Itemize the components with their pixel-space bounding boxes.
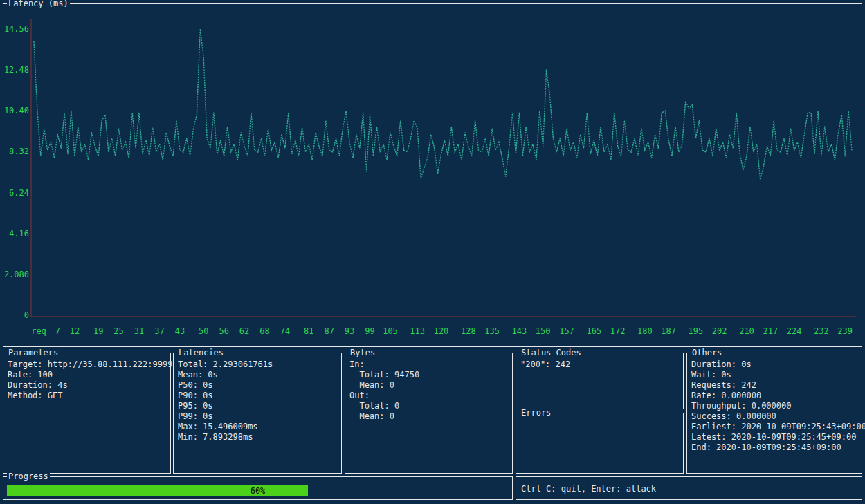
text-line: End: 2020-10-09T09:25:45+09:00 — [691, 442, 857, 453]
x-tick-label: 120 — [434, 326, 449, 336]
x-tick-label: 93 — [345, 326, 354, 336]
x-tick-label: 68 — [260, 326, 269, 336]
x-tick-label: 232 — [814, 326, 829, 336]
x-tick-label: 43 — [175, 326, 185, 336]
x-tick-label: 157 — [559, 326, 574, 336]
progress-panel: Progress 60% — [3, 476, 513, 500]
status-codes-panel-title: Status Codes — [520, 348, 583, 357]
y-tick-label: 10.40 — [4, 106, 29, 115]
x-tick-label: 81 — [304, 326, 313, 336]
text-line: Target: http://35.88.111.222:9999 — [8, 360, 166, 370]
bytes-panel: Bytes In: Total: 94750 Mean: 0Out: Total… — [345, 353, 513, 474]
x-tick-label: 143 — [512, 326, 527, 336]
text-line: Requests: 242 — [691, 380, 857, 391]
text-line: Duration: 4s — [8, 380, 166, 391]
text-line: Earliest: 2020-10-09T09:25:43+09:00 — [691, 422, 857, 432]
progress-panel-title: Progress — [7, 472, 50, 481]
x-tick-label: 172 — [610, 326, 626, 336]
status-codes-panel: Status Codes "200": 242 — [516, 353, 684, 409]
others-panel: Others Duration: 0sWait: 0sRequests: 242… — [686, 353, 862, 474]
x-tick-label: 187 — [661, 326, 676, 336]
text-line: P99: 0s — [178, 411, 337, 422]
x-tick-label: 74 — [280, 326, 290, 336]
others-panel-body: Duration: 0sWait: 0sRequests: 242Rate: 0… — [687, 353, 862, 453]
x-tick-label: 19 — [93, 326, 103, 336]
x-tick-label: 135 — [484, 326, 500, 336]
text-line: Mean: 0 — [349, 380, 508, 391]
text-line: Mean: 0s — [178, 370, 337, 380]
text-line: Mean: 0 — [349, 411, 508, 422]
x-tick-label: 195 — [689, 326, 704, 336]
text-line: Rate: 0.000000 — [691, 391, 857, 401]
text-line: Total: 94750 — [349, 370, 508, 380]
x-tick-label: 150 — [536, 326, 551, 336]
help-panel: Ctrl-C: quit, Enter: attack — [516, 476, 862, 500]
text-line: Method: GET — [8, 391, 166, 401]
x-tick-label: 12 — [70, 326, 80, 336]
y-tick-label: 6.24 — [9, 188, 29, 198]
progress-gauge-label: 60% — [7, 486, 509, 496]
y-tick-label: 4.16 — [9, 229, 29, 239]
x-tick-label: 224 — [787, 326, 802, 336]
text-line: P95: 0s — [178, 401, 337, 411]
bytes-panel-body: In: Total: 94750 Mean: 0Out: Total: 0 Me… — [345, 353, 512, 422]
x-tick-label: 25 — [113, 326, 123, 336]
others-panel-title: Others — [691, 348, 723, 357]
x-tick-label: 202 — [712, 326, 727, 336]
help-text: Ctrl-C: quit, Enter: attack — [516, 477, 862, 501]
bytes-panel-title: Bytes — [349, 348, 376, 357]
text-line: Success: 0.000000 — [691, 411, 857, 422]
y-tick-label: 12.48 — [4, 65, 29, 75]
parameters-panel: Parameters Target: http://35.88.111.222:… — [3, 353, 171, 474]
y-tick-label: 0 — [24, 310, 29, 320]
y-tick-label: 8.32 — [9, 147, 29, 156]
text-line: Total: 2.293061761s — [178, 360, 337, 370]
x-tick-label: 105 — [383, 326, 398, 336]
text-line: Total: 0 — [349, 401, 508, 411]
text-line: Wait: 0s — [691, 370, 857, 380]
x-tick-label: 99 — [365, 326, 374, 336]
latency-plot: 14.5612.4810.408.326.244.162.0800req7121… — [3, 4, 862, 346]
x-tick-label: 165 — [586, 326, 601, 336]
x-axis-label: req — [31, 326, 46, 336]
x-tick-label: 50 — [199, 326, 208, 336]
text-line: Min: 7.893298ms — [178, 432, 337, 442]
x-tick-label: 31 — [134, 326, 144, 336]
text-line: Max: 15.496009ms — [178, 422, 337, 432]
latencies-panel-body: Total: 2.293061761sMean: 0sP50: 0sP90: 0… — [174, 353, 341, 442]
latencies-panel-title: Latencies — [177, 348, 225, 357]
text-line: In: — [349, 360, 508, 370]
x-tick-label: 128 — [461, 326, 476, 336]
x-tick-label: 37 — [154, 326, 164, 336]
text-line: P90: 0s — [178, 391, 337, 401]
x-tick-label: 210 — [739, 326, 754, 336]
text-line: P50: 0s — [178, 380, 337, 391]
x-tick-label: 217 — [763, 326, 778, 336]
latency-series — [34, 29, 852, 180]
errors-panel-title: Errors — [520, 408, 552, 418]
errors-panel: Errors — [516, 413, 684, 474]
parameters-panel-body: Target: http://35.88.111.222:9999Rate: 1… — [3, 353, 170, 401]
x-tick-label: 87 — [324, 326, 334, 336]
x-tick-label: 113 — [410, 326, 425, 336]
text-line: Throughput: 0.000000 — [691, 401, 857, 411]
x-tick-label: 56 — [219, 326, 228, 336]
latency-chart-panel: Latency (ms) 14.5612.4810.408.326.244.16… — [3, 3, 862, 347]
text-line: Rate: 100 — [8, 370, 166, 380]
text-line: Duration: 0s — [691, 360, 857, 370]
progress-gauge: 60% — [7, 485, 509, 496]
text-line: Latest: 2020-10-09T09:25:45+09:00 — [691, 432, 857, 442]
y-tick-label: 2.080 — [4, 270, 29, 279]
x-tick-label: 62 — [239, 326, 249, 336]
text-line: "200": 242 — [520, 360, 679, 370]
x-tick-label: 180 — [637, 326, 653, 336]
x-tick-label: 7 — [55, 326, 60, 336]
y-tick-label: 14.56 — [4, 24, 29, 34]
x-tick-label: 239 — [837, 326, 853, 336]
parameters-panel-title: Parameters — [7, 348, 60, 357]
terminal-root[interactable]: { "colors":{ "bg":"#0c2b48", "fg":"#e9e9… — [0, 0, 865, 504]
latencies-panel: Latencies Total: 2.293061761sMean: 0sP50… — [173, 353, 342, 474]
text-line: Out: — [349, 391, 508, 401]
